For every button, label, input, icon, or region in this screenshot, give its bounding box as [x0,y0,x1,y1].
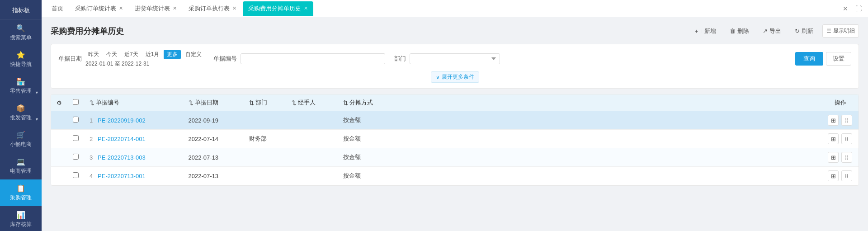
expand-more-btn[interactable]: ∨ 展开更多条件 [431,71,479,83]
row-handler [286,130,338,148]
row-settings [51,111,67,130]
tab-close-icon[interactable]: ✕ [304,5,308,11]
row-checkbox[interactable] [73,154,79,160]
dept-select[interactable] [410,53,500,64]
expand-row: ∨ 展开更多条件 [58,71,851,83]
row-dept [244,111,287,130]
add-button[interactable]: ＋ + 新增 [689,25,721,38]
more-btn[interactable]: ⁞⁞ [841,115,852,126]
doc-no-input[interactable] [241,53,385,64]
delete-icon: 🗑 [730,28,736,34]
tab-purchase-order-exec[interactable]: 采购订单执行表 ✕ [183,1,242,16]
edit-btn[interactable]: ⊞ [828,133,839,144]
col-settings[interactable]: ⚙ [51,94,67,111]
edit-btn[interactable]: ⊞ [828,152,839,163]
tab-controls: ✕ ⛶ [841,4,863,13]
sidebar-item-wholesale[interactable]: 📦 批发管理 ▼ [0,99,42,126]
query-button[interactable]: 查询 [795,52,823,66]
row-checkbox[interactable] [73,172,79,178]
row-doc-no: 2 PE-20220714-001 [84,130,183,148]
row-checkbox-cell[interactable] [67,167,84,185]
sidebar-item-label: 批发管理 [10,114,32,122]
shortcut-today[interactable]: 今天 [104,50,120,59]
sidebar-item-label: 小畅电商 [10,141,32,148]
col-doc-no: ⇅单据编号 [84,94,183,111]
edit-btn[interactable]: ⊞ [828,115,839,126]
row-checkbox-cell[interactable] [67,130,84,148]
sort-doc-no[interactable]: ⇅单据编号 [90,99,119,107]
maximize-btn[interactable]: ⛶ [854,4,863,13]
sort-handler[interactable]: ⇅经手人 [292,99,316,107]
sidebar-logo: 指标板 [0,4,42,19]
select-all-checkbox[interactable] [73,99,79,105]
row-doc-no: 3 PE-20220713-003 [84,148,183,167]
sidebar-item-ecommerce[interactable]: 💻 电商管理 [0,153,42,179]
shortcut-more[interactable]: 更多 [164,50,181,59]
toolbar: ＋ + 新增 🗑 删除 ↗ 导出 ↻ 刷新 ☰ 显示明细 [689,24,859,38]
date-range-display: 2022-01-01 至 2022-12-31 [85,60,204,68]
row-number: 1 [90,117,96,124]
more-btn[interactable]: ⁞⁞ [841,133,852,144]
sidebar-item-quick-nav[interactable]: ⭐ 快捷导航 [0,46,42,73]
tab-purchase-order-stats[interactable]: 采购订单统计表 ✕ [70,1,128,16]
row-actions: ⊞ ⁞⁞ [822,148,859,167]
tab-goods-receipt-stats[interactable]: 进货单统计表 ✕ [129,1,182,16]
close-tab-btn[interactable]: ✕ [841,4,850,13]
row-checkbox-cell[interactable] [67,111,84,130]
tab-close-icon[interactable]: ✕ [119,5,123,11]
chevron-down-icon: ∨ [436,74,440,80]
sort-split-method[interactable]: ⇅分摊方式 [343,99,373,107]
sort-icon: ⇅ [292,99,297,106]
tab-purchase-cost-split[interactable]: 采购费用分摊单历史 ✕ [243,1,313,16]
tab-close-icon[interactable]: ✕ [232,5,236,11]
col-ops: 操作 [822,94,859,111]
sort-dept[interactable]: ⇅部门 [249,99,267,107]
doc-no-link[interactable]: PE-20220713-001 [98,173,146,179]
tab-home[interactable]: 首页 [46,1,69,16]
more-btn[interactable]: ⁞⁞ [841,170,852,181]
row-actions: ⊞ ⁞⁞ [822,130,859,148]
cart-icon: 🛒 [16,131,25,139]
sidebar-item-inventory[interactable]: 📊 库存核算 [0,206,42,231]
more-btn[interactable]: ⁞⁞ [841,152,852,163]
col-checkbox[interactable] [67,94,84,111]
export-button[interactable]: ↗ 导出 [758,25,786,38]
dept-label: 部门 [394,55,406,63]
row-date: 2022-07-13 [183,148,244,167]
row-date: 2022-07-14 [183,130,244,148]
row-checkbox-cell[interactable] [67,148,84,167]
add-icon: ＋ [693,27,699,35]
shortcut-yesterday[interactable]: 昨天 [85,50,102,59]
sidebar-item-retail[interactable]: 🏪 零售管理 ▼ [0,73,42,99]
sidebar-item-label: 采购管理 [10,194,32,202]
row-checkbox[interactable] [73,135,79,141]
delete-button[interactable]: 🗑 删除 [725,25,754,38]
doc-no-link[interactable]: PE-20220713-003 [98,154,146,161]
sidebar-item-purchase[interactable]: 📋 采购管理 [0,179,42,206]
col-split-method: ⇅分摊方式 [338,94,822,111]
shortcut-1month[interactable]: 近1月 [143,50,162,59]
sort-icon: ⇅ [343,99,348,106]
doc-no-link[interactable]: PE-20220919-002 [98,117,146,124]
table-row: 4 PE-20220713-001 2022-07-13 按金额 ⊞ ⁞⁞ [51,167,859,185]
sidebar-item-mini-shop[interactable]: 🛒 小畅电商 [0,126,42,153]
shortcut-custom[interactable]: 自定义 [183,50,204,59]
edit-btn[interactable]: ⊞ [828,170,839,181]
sort-date[interactable]: ⇅单据日期 [189,99,218,107]
row-doc-no: 4 PE-20220713-001 [84,167,183,185]
date-filter: 单据日期 昨天 今天 近7天 近1月 更多 自定义 2022-01-01 至 2… [58,50,204,68]
row-number: 4 [90,173,96,179]
shortcut-7days[interactable]: 近7天 [122,50,141,59]
row-split-method: 按金额 [338,111,822,130]
col-dept: ⇅部门 [244,94,287,111]
show-cols-button[interactable]: ☰ 显示明细 [822,24,859,38]
row-dept [244,148,287,167]
chevron-down-icon: ▼ [35,90,39,95]
row-checkbox[interactable] [73,117,79,123]
sidebar-item-search[interactable]: 🔍 搜索菜单 [0,19,42,46]
doc-no-link[interactable]: PE-20220714-001 [98,136,146,142]
filter-settings-button[interactable]: 设置 [826,52,851,66]
refresh-button[interactable]: ↻ 刷新 [790,25,818,38]
sidebar-item-label: 电商管理 [10,167,32,175]
tab-close-icon[interactable]: ✕ [173,5,177,11]
